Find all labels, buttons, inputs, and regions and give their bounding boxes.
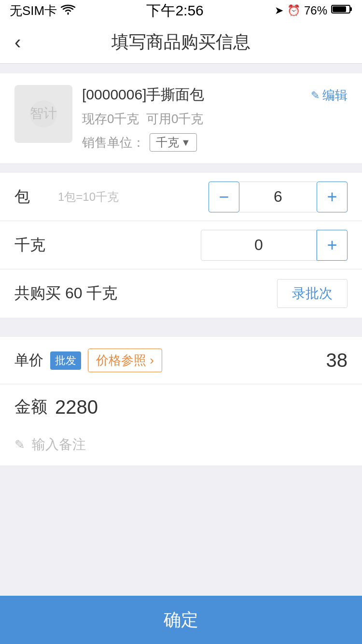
amount-value: 2280 (55, 396, 98, 418)
svg-text:智计: 智计 (30, 106, 57, 121)
back-button[interactable]: ‹ (14, 31, 21, 53)
confirm-button[interactable]: 确定 (0, 596, 362, 644)
price-value: 38 (326, 350, 348, 371)
unit-selector[interactable]: 千克 ▼ (150, 133, 197, 152)
product-stock: 现存0千克 可用0千克 (82, 111, 301, 127)
price-label: 单价 (14, 350, 43, 370)
product-card: 智计 [0000006]手撕面包 现存0千克 可用0千克 销售单位： 千克 ▼ … (0, 73, 362, 163)
carrier-label: 无SIM卡 (10, 2, 57, 19)
pencil-icon: ✎ (14, 437, 25, 452)
status-time: 下午2:56 (146, 1, 203, 21)
package-plus-button[interactable]: + (317, 182, 348, 212)
nav-bar: ‹ 填写商品购买信息 (0, 21, 362, 64)
battery-icon (331, 4, 352, 17)
product-unit-row: 销售单位： 千克 ▼ (82, 133, 301, 152)
kilogram-input-row: 千克 + (0, 221, 362, 269)
divider-1 (0, 163, 362, 173)
product-info: [0000006]手撕面包 现存0千克 可用0千克 销售单位： 千克 ▼ (82, 85, 301, 152)
battery-label: 76% (304, 4, 327, 17)
kilogram-controls: + (201, 230, 348, 261)
price-row: 单价 批发 价格参照 › 38 (0, 337, 362, 384)
total-row: 共购买 60 千克 录批次 (0, 269, 362, 318)
price-section: 单价 批发 价格参照 › 38 金额 2280 ✎ 输入备注 (0, 337, 362, 465)
spacer (0, 465, 362, 596)
status-bar: 无SIM卡 下午2:56 ➤ ⏰ 76% (0, 0, 362, 21)
total-label: 共购买 60 千克 (14, 283, 117, 304)
kilogram-value-input[interactable] (201, 230, 317, 261)
amount-row: 金额 2280 (14, 396, 348, 418)
note-row[interactable]: ✎ 输入备注 (14, 428, 348, 465)
price-tag: 批发 (50, 351, 81, 370)
batch-button[interactable]: 录批次 (277, 279, 348, 308)
note-placeholder: 输入备注 (32, 435, 86, 454)
price-ref-button[interactable]: 价格参照 › (88, 349, 162, 372)
location-icon: ➤ (275, 4, 283, 17)
edit-button[interactable]: ✎ 编辑 (311, 87, 348, 104)
product-name: [0000006]手撕面包 (82, 85, 301, 105)
package-hint: 1包=10千克 (58, 189, 209, 205)
amount-label: 金额 (14, 396, 47, 418)
divider-2 (0, 318, 362, 327)
package-minus-button[interactable]: − (209, 182, 239, 212)
page-title: 填写商品购买信息 (111, 30, 251, 54)
product-card-right: ✎ 编辑 (311, 85, 348, 104)
status-left: 无SIM卡 (10, 2, 75, 19)
kilogram-plus-button[interactable]: + (317, 230, 348, 261)
input-section: 包 1包=10千克 − + 千克 + (0, 173, 362, 269)
package-controls: − + (209, 182, 348, 212)
wifi-icon (61, 3, 75, 18)
product-image: 智计 (14, 85, 72, 143)
package-label: 包 (14, 186, 53, 208)
kilogram-label: 千克 (14, 235, 53, 256)
package-value-input[interactable] (239, 182, 317, 212)
status-right: ➤ ⏰ 76% (275, 4, 352, 17)
package-input-row: 包 1包=10千克 − + (0, 173, 362, 221)
amount-section: 金额 2280 ✎ 输入备注 (0, 384, 362, 465)
confirm-label: 确定 (164, 608, 198, 632)
alarm-icon: ⏰ (287, 4, 300, 17)
svg-rect-2 (333, 6, 346, 12)
svg-rect-1 (350, 7, 352, 11)
